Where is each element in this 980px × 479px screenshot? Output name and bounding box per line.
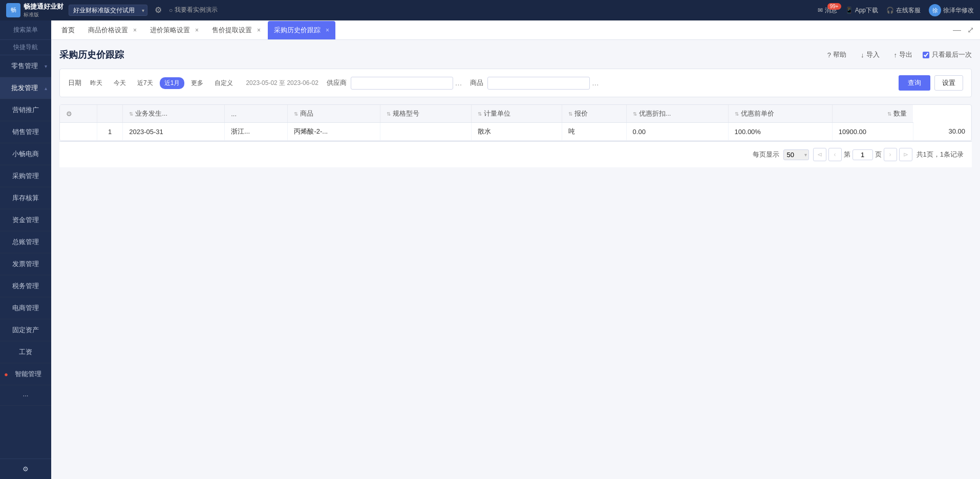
minimize-button[interactable]: —: [951, 25, 963, 36]
sidebar-item-tax[interactable]: 税务管理: [0, 275, 51, 297]
table-row[interactable]: 1 2023-05-31 浙江... 丙烯酸-2-... 散水 吨 0.00 1…: [60, 123, 971, 141]
sort-icon: ⇅: [633, 111, 637, 117]
help-button[interactable]: ? 帮助: [823, 48, 850, 61]
sidebar-quick-nav[interactable]: 快捷导航: [0, 40, 51, 55]
sort-icon: ⇅: [568, 111, 572, 117]
chevron-up-icon: ▴: [45, 85, 47, 91]
topbar-settings-button[interactable]: ⚙: [153, 4, 164, 16]
sidebar-item-assets[interactable]: 固定资产: [0, 319, 51, 341]
page-size-wrap[interactable]: 50 100 200: [783, 149, 809, 160]
supplier-input[interactable]: [351, 77, 453, 90]
version-select-wrap[interactable]: 好业财标准版交付试用: [69, 5, 147, 16]
page-number-input[interactable]: [853, 149, 873, 160]
version-select[interactable]: 好业财标准版交付试用: [69, 5, 147, 16]
col-discount[interactable]: ⇅ 优惠折扣...: [626, 105, 728, 123]
col-date[interactable]: ⇅ 业务发生...: [123, 105, 225, 123]
date-btn-more[interactable]: 更多: [186, 77, 208, 89]
sidebar-item-sales[interactable]: 销售管理: [0, 121, 51, 143]
sidebar-item-more[interactable]: ···: [0, 385, 51, 406]
table-body: 1 2023-05-31 浙江... 丙烯酸-2-... 散水 吨 0.00 1…: [60, 123, 971, 141]
sidebar-item-invoice[interactable]: 发票管理: [0, 253, 51, 275]
last-page-button[interactable]: ⊳: [899, 148, 912, 161]
tab-end: — ⤢: [951, 24, 976, 36]
first-page-button[interactable]: ⊲: [813, 148, 826, 161]
sidebar-settings-button[interactable]: ⚙: [0, 459, 51, 479]
online-service-button[interactable]: 🎧 在线客服: [886, 6, 921, 15]
sort-icon: ⇅: [735, 111, 739, 117]
content-area: 采购历史价跟踪 ? 帮助 ↓ 导入 ↑ 导出: [51, 40, 980, 479]
app-logo: 畅 畅捷通好业财 标准版: [6, 3, 63, 18]
sidebar-item-marketing[interactable]: 营销推广: [0, 99, 51, 121]
sidebar-item-finance[interactable]: 资金管理: [0, 209, 51, 231]
cell-goods: 丙烯酸-2-...: [288, 123, 380, 141]
date-btn-1month[interactable]: 近1月: [160, 77, 185, 89]
tab-purchase-history[interactable]: 采购历史价跟踪 ×: [268, 21, 335, 39]
sidebar-item-ledger[interactable]: 总账管理: [0, 231, 51, 253]
supplier-input-wrap: ...: [351, 77, 462, 90]
export-button[interactable]: ↑ 导出: [890, 48, 917, 61]
demo-link[interactable]: ○ 我要看实例演示: [169, 6, 218, 14]
tab-home[interactable]: 首页: [55, 21, 81, 39]
close-icon[interactable]: ×: [326, 27, 329, 34]
sidebar-item-inventory[interactable]: 库存核算: [0, 187, 51, 209]
goods-filter: 商品 ...: [470, 77, 599, 90]
col-quote[interactable]: ⇅ 报价: [562, 105, 627, 123]
date-filter: 日期 昨天 今天 近7天 近1月 更多 自定义 2023-05-02 至 202…: [68, 77, 318, 89]
page-title: 采购历史价跟踪: [59, 49, 124, 61]
sidebar-item-payroll[interactable]: 工资: [0, 341, 51, 363]
sort-icon: ⇅: [478, 111, 482, 117]
app-name: 畅捷通好业财 标准版: [24, 3, 63, 18]
only-last-checkbox-label[interactable]: 只看最后一次: [923, 50, 972, 59]
col-orig-price[interactable]: ⇅ 优惠前单价: [728, 105, 832, 123]
app-download-button[interactable]: 📱 App下载: [845, 6, 878, 15]
close-icon[interactable]: ×: [257, 27, 261, 34]
close-icon[interactable]: ×: [133, 27, 137, 34]
filter-actions: 查询 设置: [899, 75, 963, 91]
user-menu-button[interactable]: 徐 徐泽华修改: [929, 4, 974, 16]
topbar-right: ✉ 消息 99+ 📱 App下载 🎧 在线客服 徐 徐泽华修改: [818, 4, 974, 16]
date-btn-yesterday[interactable]: 昨天: [86, 77, 107, 89]
query-button[interactable]: 查询: [899, 75, 930, 91]
tabbar: 首页 商品价格设置 × 进价策略设置 × 售价提取设置 × 采购历史价跟踪 × …: [51, 20, 980, 40]
supplier-dots[interactable]: ...: [455, 78, 462, 88]
sidebar-item-smart[interactable]: ● 智能管理: [0, 363, 51, 385]
close-icon[interactable]: ×: [195, 27, 199, 34]
tab-sale-price[interactable]: 售价提取设置 ×: [206, 21, 267, 39]
sidebar-search[interactable]: 搜索菜单: [0, 20, 51, 40]
col-unit[interactable]: ⇅ 计量单位: [471, 105, 562, 123]
next-page-button[interactable]: ›: [884, 148, 897, 161]
goods-input[interactable]: [487, 77, 590, 90]
tab-purchase-strategy[interactable]: 进价策略设置 ×: [144, 21, 205, 39]
only-last-checkbox[interactable]: [923, 52, 929, 58]
import-button[interactable]: ↓ 导入: [857, 48, 884, 61]
filter-row: 日期 昨天 今天 近7天 近1月 更多 自定义 2023-05-02 至 202…: [68, 75, 963, 91]
message-button[interactable]: ✉ 消息 99+: [818, 6, 837, 15]
col-goods[interactable]: ⇅ 商品: [288, 105, 380, 123]
filter-settings-button[interactable]: 设置: [934, 75, 963, 91]
date-btn-7days[interactable]: 近7天: [133, 77, 158, 89]
sidebar-item-ecommerce-small[interactable]: 小畅电商: [0, 143, 51, 165]
prev-page-button[interactable]: ‹: [828, 148, 842, 161]
maximize-button[interactable]: ⤢: [965, 24, 976, 36]
date-btn-today[interactable]: 今天: [109, 77, 131, 89]
sidebar-item-retail[interactable]: 零售管理 ▾: [0, 55, 51, 77]
tab-goods-price[interactable]: 商品价格设置 ×: [82, 21, 143, 39]
cell-orig-price: 10900.00: [832, 123, 913, 141]
gear-icon[interactable]: ⚙: [66, 110, 72, 118]
cell-supplier: 浙江...: [225, 123, 288, 141]
sidebar-item-purchase[interactable]: 采购管理: [0, 165, 51, 187]
col-quantity[interactable]: ⇅ 数量: [832, 105, 913, 123]
topbar: 畅 畅捷通好业财 标准版 好业财标准版交付试用 ⚙ ○ 我要看实例演示 ✉ 消息…: [0, 0, 980, 20]
supplier-filter: 供应商 ...: [327, 77, 462, 90]
col-spec[interactable]: ⇅ 规格型号: [380, 105, 471, 123]
cell-unit: 散水: [471, 123, 562, 141]
col-dots[interactable]: ...: [225, 105, 288, 123]
page-size-select[interactable]: 50 100 200: [783, 149, 809, 160]
sidebar-item-wholesale[interactable]: 批发管理 ▴: [0, 77, 51, 99]
filter-bar: 日期 昨天 今天 近7天 近1月 更多 自定义 2023-05-02 至 202…: [59, 69, 972, 97]
page-header: 采购历史价跟踪 ? 帮助 ↓ 导入 ↑ 导出: [59, 48, 972, 61]
sidebar-item-ecommerce[interactable]: 电商管理: [0, 297, 51, 319]
col-gear[interactable]: ⚙: [60, 105, 97, 123]
date-btn-custom[interactable]: 自定义: [210, 77, 238, 89]
goods-dots[interactable]: ...: [592, 78, 599, 88]
